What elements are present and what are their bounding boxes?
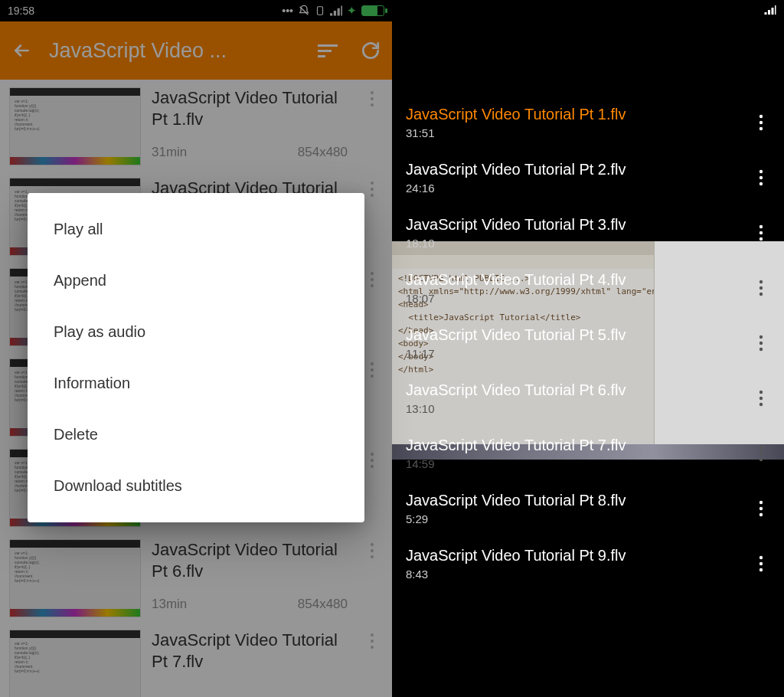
svg-point-33 <box>760 237 763 241</box>
item-more-button[interactable] <box>750 500 772 517</box>
playlist-item[interactable]: JavaScript Video Tutorial Pt 8.flv 5:29 <box>392 481 784 536</box>
svg-point-11 <box>371 278 374 281</box>
alarm-off-icon <box>298 5 310 17</box>
playlist-item[interactable]: JavaScript Video Tutorial Pt 3.flv 18:10 <box>392 205 784 260</box>
svg-point-29 <box>760 176 763 179</box>
left-screenshot: 19:58 ••• ✦ JavaScript Video ... <box>0 0 392 697</box>
video-duration: 31min <box>152 145 187 160</box>
context-menu-item[interactable]: Play as audio <box>28 306 364 358</box>
svg-point-31 <box>760 225 763 228</box>
battery-icon <box>361 5 384 16</box>
signal-icon <box>330 5 342 16</box>
svg-point-37 <box>760 335 763 339</box>
svg-point-38 <box>760 342 763 345</box>
playlist-title: JavaScript Video Tutorial Pt 8.flv <box>406 492 750 509</box>
context-menu-item[interactable]: Append <box>28 255 364 306</box>
svg-point-50 <box>760 562 763 565</box>
svg-point-10 <box>371 272 374 275</box>
svg-point-48 <box>760 513 763 516</box>
playlist-item[interactable]: JavaScript Video Tutorial Pt 1.flv 31:51 <box>392 95 784 150</box>
context-menu-item[interactable]: Download subtitles <box>28 460 364 512</box>
item-more-button[interactable] <box>750 114 772 131</box>
status-time: 19:58 <box>8 5 34 17</box>
svg-point-8 <box>371 188 374 191</box>
right-screenshot: <!DOCTYPE html PUBLIC ...> <html xmlns="… <box>392 0 784 697</box>
svg-point-4 <box>371 91 374 94</box>
video-thumbnail: var x=1;function y(){}console.log(x);if(… <box>9 630 141 697</box>
svg-point-41 <box>760 397 763 400</box>
playlist-item[interactable]: JavaScript Video Tutorial Pt 6.flv 13:10 <box>392 371 784 426</box>
back-button[interactable] <box>6 35 37 66</box>
svg-point-28 <box>760 170 763 173</box>
svg-point-26 <box>760 121 763 124</box>
playlist-duration: 13:10 <box>406 402 750 415</box>
playlist-item[interactable]: JavaScript Video Tutorial Pt 5.flv 11:17 <box>392 316 784 371</box>
playlist-duration: 31:51 <box>406 126 750 139</box>
playlist-duration: 5:29 <box>406 512 750 525</box>
playlist-item[interactable]: JavaScript Video Tutorial Pt 4.flv 18:07 <box>392 260 784 316</box>
svg-point-30 <box>760 182 763 185</box>
playlist-item[interactable]: JavaScript Video Tutorial Pt 2.flv 24:16 <box>392 150 784 205</box>
item-more-button[interactable] <box>750 390 772 407</box>
item-more-button[interactable] <box>361 268 383 346</box>
playlist-item[interactable]: JavaScript Video Tutorial Pt 7.flv 14:59 <box>392 426 784 481</box>
context-menu-item[interactable]: Delete <box>28 409 364 460</box>
svg-point-15 <box>371 375 374 378</box>
item-more-button[interactable] <box>361 630 383 697</box>
svg-point-24 <box>371 646 374 649</box>
video-title: JavaScript Video Tutorial Pt 6.flv <box>152 539 348 581</box>
svg-point-27 <box>760 127 763 130</box>
toolbar-title: JavaScript Video ... <box>49 39 300 63</box>
svg-point-32 <box>760 231 763 234</box>
playlist-item[interactable]: JavaScript Video Tutorial Pt 9.flv 8:43 <box>392 536 784 591</box>
svg-point-40 <box>760 391 763 394</box>
item-more-button[interactable] <box>361 539 383 617</box>
playlist-duration: 8:43 <box>406 568 750 581</box>
item-more-button[interactable] <box>750 169 772 186</box>
svg-rect-0 <box>318 7 323 15</box>
playlist-duration: 24:16 <box>406 182 750 195</box>
svg-point-39 <box>760 348 763 351</box>
item-more-button[interactable] <box>361 449 383 527</box>
svg-point-13 <box>371 362 374 365</box>
item-more-button[interactable] <box>750 335 772 352</box>
playlist-duration: 18:07 <box>406 292 750 305</box>
playlist-title: JavaScript Video Tutorial Pt 3.flv <box>406 216 750 234</box>
status-bar-right <box>392 0 784 20</box>
video-resolution: 854x480 <box>298 145 348 160</box>
item-more-button[interactable] <box>750 224 772 241</box>
svg-point-7 <box>371 182 374 185</box>
svg-point-42 <box>760 403 763 406</box>
video-list-item[interactable]: var x=1;function y(){}console.log(x);if(… <box>0 622 392 697</box>
refresh-button[interactable] <box>355 35 386 66</box>
context-menu-item[interactable]: Information <box>28 358 364 409</box>
sort-button[interactable] <box>312 35 343 66</box>
svg-rect-2 <box>318 50 332 52</box>
playlist-title: JavaScript Video Tutorial Pt 2.flv <box>406 161 750 178</box>
svg-point-51 <box>760 568 763 571</box>
video-list-item[interactable]: var x=1;function y(){}console.log(x);if(… <box>0 80 392 170</box>
item-more-button[interactable] <box>750 445 772 462</box>
context-menu-dialog: Play allAppendPlay as audioInformationDe… <box>28 193 364 522</box>
video-list-item[interactable]: var x=1;function y(){}console.log(x);if(… <box>0 532 392 622</box>
playlist-title: JavaScript Video Tutorial Pt 6.flv <box>406 381 750 399</box>
playlist-duration: 18:10 <box>406 237 750 250</box>
context-menu-item[interactable]: Play all <box>28 204 364 255</box>
playlist-duration: 11:17 <box>406 347 750 360</box>
playlist-title: JavaScript Video Tutorial Pt 7.flv <box>406 437 750 454</box>
item-more-button[interactable] <box>361 358 383 437</box>
item-more-button[interactable] <box>361 178 383 256</box>
svg-point-17 <box>371 459 374 462</box>
svg-point-9 <box>371 194 374 197</box>
video-resolution: 854x480 <box>298 597 348 612</box>
svg-point-49 <box>760 556 763 559</box>
charge-icon: ✦ <box>347 4 357 18</box>
item-more-button[interactable] <box>750 280 772 296</box>
playlist-title: JavaScript Video Tutorial Pt 9.flv <box>406 547 750 564</box>
device-icon <box>315 5 325 17</box>
svg-point-16 <box>371 453 374 456</box>
item-more-button[interactable] <box>750 555 772 572</box>
item-more-button[interactable] <box>361 87 383 165</box>
svg-point-25 <box>760 115 763 118</box>
svg-point-35 <box>760 286 763 290</box>
